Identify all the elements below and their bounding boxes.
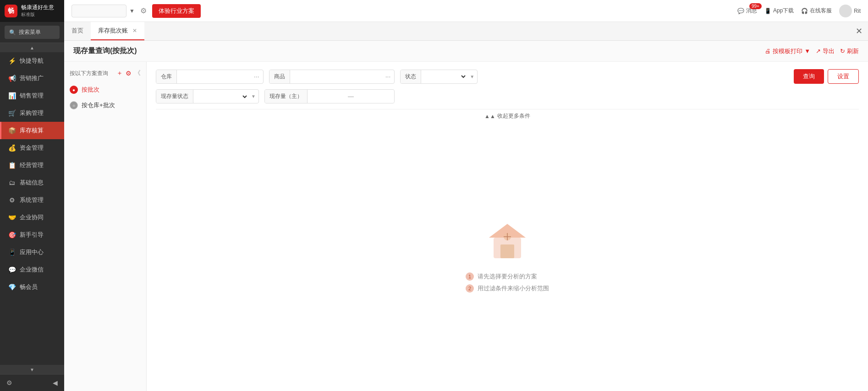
inventory-icon: 📦 (8, 126, 16, 135)
product-input[interactable] (290, 71, 382, 82)
sidebar-item-enterprise[interactable]: 🤝 企业协同 (0, 209, 64, 226)
wechat-icon: 💬 (8, 266, 16, 274)
avatar (839, 5, 852, 17)
export-button[interactable]: ↗ 导出 (816, 47, 835, 55)
settings-button[interactable]: 设置 (828, 69, 859, 84)
purchase-icon: 🛒 (8, 109, 16, 117)
inventory-qty-to-input[interactable] (357, 91, 394, 103)
tab-close-icon[interactable]: ✕ (132, 27, 137, 34)
sidebar-item-system[interactable]: ⚙ 系统管理 (0, 191, 64, 209)
left-panel: 按以下方案查询 ＋ ⚙ 《 ● 按批次 ○ 按仓库+批次 (64, 62, 147, 391)
system-icon: ⚙ (8, 196, 16, 204)
vip-icon: 💎 (8, 283, 16, 291)
tip-num-2: 2 (466, 284, 474, 293)
sidebar-item-finance[interactable]: 💰 资金管理 (0, 139, 64, 157)
sidebar-collapse-button[interactable]: ◀ (53, 379, 58, 386)
printer-icon: 🖨 (765, 48, 771, 54)
search-menu-button[interactable]: 🔍 搜索菜单 (5, 26, 60, 39)
sidebar-item-basic[interactable]: 🗂 基础信息 (0, 174, 64, 191)
sidebar-item-operation[interactable]: 📋 经营管理 (0, 157, 64, 174)
inventory-status-label: 现存量状态 (156, 90, 193, 103)
tab-home[interactable]: 首页 (64, 22, 91, 40)
topbar-search-area: ▼ (71, 5, 135, 17)
main-content: ▼ ⚙ 体验行业方案 💬 消息 99+ 📱 App下载 🎧 在线客服 Rit (64, 0, 868, 391)
collapse-icon: ▲▲ (484, 113, 495, 119)
add-scheme-button[interactable]: ＋ (116, 69, 123, 77)
product-dots-button[interactable]: ··· (382, 70, 395, 83)
search-icon: 🔍 (9, 29, 16, 36)
collapse-conditions-button[interactable]: ▲▲ 收起更多条件 (156, 109, 859, 123)
product-filter: 商品 ··· (269, 70, 395, 84)
print-button[interactable]: 🖨 按模板打印 ▼ (765, 47, 810, 55)
experience-button[interactable]: 体验行业方案 (152, 4, 201, 18)
status-label: 状态 (401, 70, 421, 83)
sidebar-header: 畅 畅康通好生意 标准版 (0, 0, 64, 22)
topbar: ▼ ⚙ 体验行业方案 💬 消息 99+ 📱 App下载 🎧 在线客服 Rit (64, 0, 868, 22)
tab-inventory-batch[interactable]: 库存批次账 ✕ (91, 22, 144, 40)
close-panel-button[interactable]: ✕ (850, 24, 868, 38)
inventory-qty-from-input[interactable] (308, 91, 344, 103)
finance-icon: 💰 (8, 144, 16, 152)
app-subtitle: 标准版 (21, 11, 54, 18)
topbar-dropdown-button[interactable]: ▼ (129, 8, 135, 14)
scheme-item-by-warehouse-batch[interactable]: ○ 按仓库+批次 (64, 98, 146, 113)
page-title: 现存量查询(按批次) (73, 46, 137, 56)
user-profile[interactable]: Rit (839, 5, 861, 17)
sidebar-item-purchase[interactable]: 🛒 采购管理 (0, 104, 64, 122)
empty-tip-2: 2 用过滤条件来缩小分析范围 (466, 284, 549, 293)
sidebar-item-newbie[interactable]: 🎯 新手引导 (0, 226, 64, 244)
export-icon: ↗ (816, 48, 821, 54)
query-button[interactable]: 查询 (794, 69, 824, 84)
message-button[interactable]: 💬 消息 99+ (737, 7, 757, 15)
topbar-gear-button[interactable]: ⚙ (140, 6, 147, 15)
topbar-search-input[interactable] (71, 5, 126, 17)
sidebar-item-wechat[interactable]: 💬 企业微信 (0, 261, 64, 278)
refresh-button[interactable]: ↻ 刷新 (840, 47, 859, 55)
filter-row-1: 仓库 ··· 商品 ··· 状态 (156, 69, 859, 84)
sidebar-item-vip[interactable]: 💎 畅会员 (0, 278, 64, 296)
shortcuts-icon: ⚡ (8, 57, 16, 65)
sidebar-search-area: 🔍 搜索菜单 (0, 22, 64, 43)
batch-scheme-icon: ● (70, 86, 78, 94)
empty-tip-1: 1 请先选择要分析的方案 (466, 272, 549, 281)
app-download-icon: 📱 (764, 8, 771, 14)
sidebar-item-shortcuts[interactable]: ⚡ 快捷导航 (0, 52, 64, 70)
sidebar-item-sales[interactable]: 📊 销售管理 (0, 87, 64, 104)
right-panel: 仓库 ··· 商品 ··· 状态 (147, 62, 868, 391)
headset-icon: 🎧 (801, 8, 808, 14)
scheme-settings-button[interactable]: ⚙ (126, 70, 132, 77)
app-download-button[interactable]: 📱 App下载 (764, 7, 794, 15)
scroll-down-button[interactable]: ▼ (0, 365, 64, 374)
enterprise-icon: 🤝 (8, 213, 16, 222)
sidebar-item-inventory[interactable]: 📦 库存核算 (0, 122, 64, 139)
message-badge: 99+ (749, 3, 762, 9)
inventory-qty-label: 现存量（主） (265, 90, 308, 103)
status-select[interactable] (421, 70, 467, 83)
product-label: 商品 (269, 70, 290, 83)
app-title: 畅康通好生意 (21, 4, 54, 11)
inventory-status-select[interactable] (193, 90, 248, 103)
sidebar-item-marketing[interactable]: 📢 营销推广 (0, 70, 64, 87)
marketing-icon: 📢 (8, 74, 16, 82)
message-icon: 💬 (737, 8, 744, 14)
sidebar-settings-button[interactable]: ⚙ (6, 379, 12, 386)
collapse-left-button[interactable]: 《 (134, 69, 141, 77)
left-panel-title: 按以下方案查询 (70, 70, 108, 77)
status-filter: 状态 ▼ (400, 70, 478, 84)
empty-tips: 1 请先选择要分析的方案 2 用过滤条件来缩小分析范围 (466, 272, 549, 293)
scroll-up-button[interactable]: ▲ (0, 43, 64, 52)
inventory-status-dropdown-icon: ▼ (248, 91, 258, 102)
qty-dash: — (344, 90, 357, 103)
inventory-qty-filter: 现存量（主） — (264, 89, 395, 103)
warehouse-input[interactable] (177, 71, 250, 82)
scheme-item-by-batch[interactable]: ● 按批次 (64, 82, 146, 98)
online-service-button[interactable]: 🎧 在线客服 (801, 7, 832, 15)
page-content: 现存量查询(按批次) 🖨 按模板打印 ▼ ↗ 导出 ↻ 刷新 (64, 41, 868, 391)
status-dropdown-icon: ▼ (467, 71, 477, 82)
basic-icon: 🗂 (8, 179, 16, 187)
warehouse-dots-button[interactable]: ··· (250, 70, 263, 83)
page-header: 现存量查询(按批次) 🖨 按模板打印 ▼ ↗ 导出 ↻ 刷新 (64, 41, 868, 62)
sidebar-item-appcenter[interactable]: 📱 应用中心 (0, 244, 64, 261)
empty-state: 1 请先选择要分析的方案 2 用过滤条件来缩小分析范围 (156, 128, 859, 384)
nav-list: ⚡ 快捷导航 📢 营销推广 📊 销售管理 🛒 采购管理 📦 库存核算 💰 资金管… (0, 52, 64, 365)
